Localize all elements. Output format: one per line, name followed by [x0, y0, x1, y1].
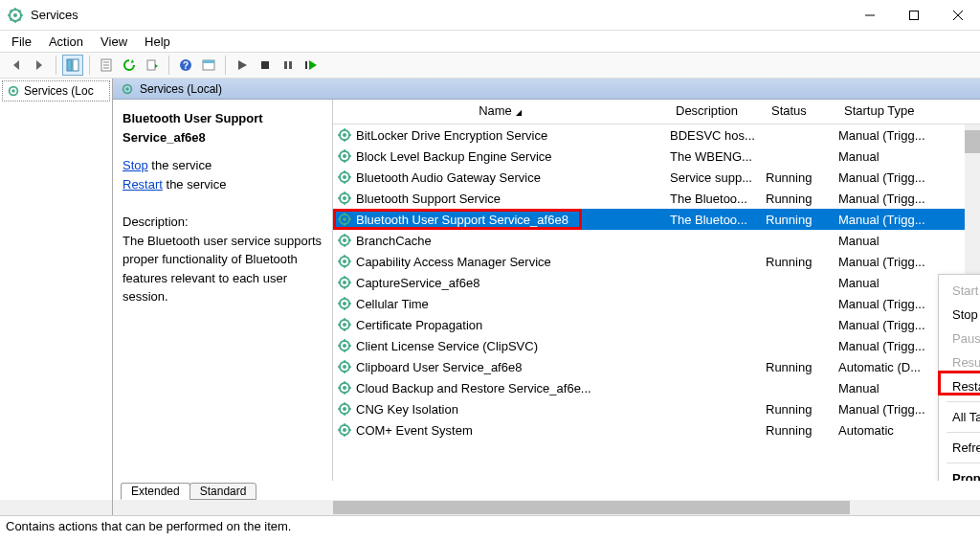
separator	[56, 56, 56, 75]
service-startup: Manual	[838, 149, 944, 164]
svg-rect-16	[203, 60, 214, 63]
menu-action[interactable]: Action	[41, 33, 91, 51]
tree-item-services[interactable]: Services (Loc	[2, 80, 110, 102]
ctx-all-tasks[interactable]: All Tasks›	[939, 405, 980, 429]
close-button[interactable]	[936, 0, 980, 31]
service-startup: Manual	[838, 234, 944, 248]
ctx-stop[interactable]: Stop	[939, 303, 980, 327]
svg-point-50	[343, 386, 346, 390]
svg-point-36	[343, 238, 346, 242]
svg-point-52	[343, 407, 346, 411]
service-name: CNG Key Isolation	[356, 402, 670, 417]
tab-extended[interactable]: Extended	[121, 483, 190, 500]
service-status: Running	[766, 255, 838, 269]
back-button[interactable]	[6, 55, 27, 76]
stop-link[interactable]: Stop	[122, 158, 148, 172]
service-row[interactable]: Bluetooth Audio Gateway ServiceService s…	[333, 167, 980, 188]
service-row[interactable]: COM+ Event SystemRunningAutomatic	[333, 419, 980, 440]
service-row[interactable]: Cloud Backup and Restore Service_af6e...…	[333, 377, 980, 398]
tab-standard[interactable]: Standard	[189, 483, 257, 500]
gear-icon	[337, 233, 352, 248]
svg-point-54	[343, 428, 346, 432]
gear-icon	[337, 359, 352, 374]
menu-view[interactable]: View	[93, 33, 135, 51]
service-name: Clipboard User Service_af6e8	[356, 360, 670, 374]
restart-link[interactable]: Restart	[122, 177, 163, 192]
service-row[interactable]: Block Level Backup Engine ServiceThe WBE…	[333, 146, 980, 167]
svg-rect-17	[261, 61, 269, 69]
services-app-icon	[8, 8, 23, 23]
pause-service-button[interactable]	[278, 55, 299, 76]
ctx-restart[interactable]: Restart	[939, 374, 980, 398]
service-startup: Manual (Trigg...	[838, 402, 944, 417]
service-status: Running	[766, 423, 838, 438]
service-name: Bluetooth Audio Gateway Service	[356, 170, 670, 185]
service-startup: Manual (Trigg...	[838, 297, 944, 311]
service-name: BranchCache	[356, 234, 670, 248]
description-text: The Bluetooth user service supports prop…	[122, 232, 323, 306]
service-row[interactable]: Clipboard User Service_af6e8RunningAutom…	[333, 356, 980, 377]
svg-rect-19	[289, 61, 292, 69]
service-name: CaptureService_af6e8	[356, 276, 670, 290]
gear-icon	[337, 422, 352, 438]
service-description: The Bluetoo...	[670, 213, 766, 227]
column-startup[interactable]: Startup Type	[836, 100, 942, 124]
svg-rect-12	[147, 60, 155, 70]
ctx-refresh[interactable]: Refresh	[939, 436, 980, 460]
export-button[interactable]	[142, 55, 163, 76]
gear-icon	[337, 338, 352, 353]
refresh-button[interactable]	[119, 55, 140, 76]
stop-service-button[interactable]	[255, 55, 276, 76]
service-row[interactable]: BranchCacheManual	[333, 230, 980, 251]
service-name: Bluetooth Support Service	[356, 192, 670, 206]
gear-icon	[337, 148, 352, 164]
header-bar: Services (Local)	[113, 79, 980, 100]
svg-point-46	[343, 344, 346, 348]
toolbar: ?	[0, 52, 980, 79]
show-hide-tree-button[interactable]	[62, 55, 83, 76]
service-row[interactable]: Bluetooth User Support Service_af6e8The …	[333, 209, 980, 230]
ctx-properties[interactable]: Properties	[939, 466, 980, 481]
service-row[interactable]: BitLocker Drive Encryption ServiceBDESVC…	[333, 124, 980, 146]
start-service-button[interactable]	[232, 55, 253, 76]
service-name: Block Level Backup Engine Service	[356, 149, 670, 164]
service-status: Running	[766, 402, 838, 417]
service-status: Running	[766, 360, 838, 374]
horizontal-scrollbar[interactable]	[0, 500, 980, 515]
gear-icon	[337, 191, 352, 206]
menu-file[interactable]: File	[4, 33, 39, 51]
minimize-button[interactable]	[848, 0, 892, 31]
svg-point-22	[11, 89, 15, 93]
service-action-restart: Restart the service	[122, 175, 323, 194]
toolbar-icon[interactable]	[198, 55, 219, 76]
statusbar: Contains actions that can be performed o…	[0, 515, 980, 536]
menu-help[interactable]: Help	[137, 33, 178, 51]
ctx-pause: Pause	[939, 327, 980, 350]
ctx-start: Start	[939, 279, 980, 303]
svg-point-44	[343, 323, 346, 327]
column-description[interactable]: Description	[668, 100, 764, 124]
service-startup: Automatic (D...	[838, 360, 944, 374]
column-name[interactable]: Name◢	[333, 100, 668, 124]
service-row[interactable]: Certificate PropagationManual (Trigg...	[333, 314, 980, 335]
column-status[interactable]: Status	[764, 100, 836, 124]
forward-button[interactable]	[29, 55, 50, 76]
service-description: Service supp...	[670, 170, 766, 185]
service-startup: Manual (Trigg...	[838, 192, 944, 206]
service-status: Running	[766, 170, 838, 185]
properties-button[interactable]	[96, 55, 117, 76]
restart-service-button[interactable]	[301, 55, 322, 76]
gear-icon	[337, 296, 352, 311]
service-row[interactable]: Client License Service (ClipSVC)Manual (…	[333, 335, 980, 356]
service-row[interactable]: Cellular TimeManual (Trigg...	[333, 293, 980, 314]
service-row[interactable]: CNG Key IsolationRunningManual (Trigg...	[333, 398, 980, 419]
service-row[interactable]: Capability Access Manager ServiceRunning…	[333, 251, 980, 272]
content-area: Bluetooth User Support Service_af6e8 Sto…	[113, 100, 980, 481]
help-button[interactable]: ?	[175, 55, 196, 76]
gear-icon	[337, 127, 352, 143]
description-label: Description:	[122, 213, 323, 232]
window-title: Services	[31, 8, 848, 22]
maximize-button[interactable]	[892, 0, 936, 31]
service-row[interactable]: Bluetooth Support ServiceThe Bluetoo...R…	[333, 188, 980, 209]
service-row[interactable]: CaptureService_af6e8Manual	[333, 272, 980, 293]
